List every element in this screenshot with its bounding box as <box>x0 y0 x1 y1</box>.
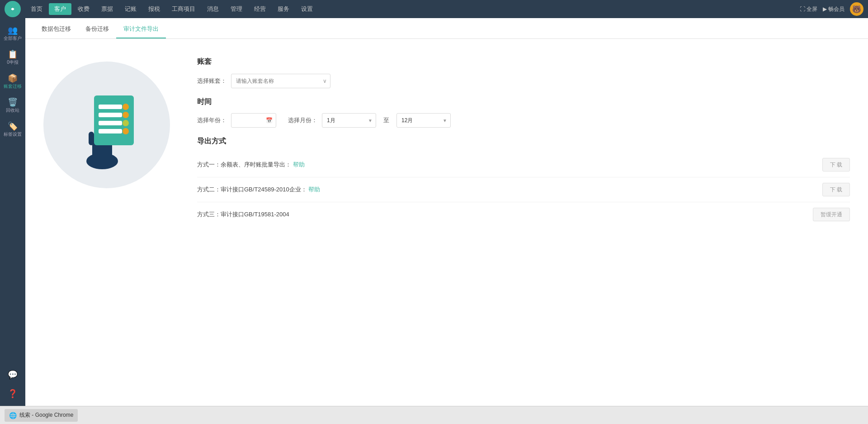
export-section-title: 导出方式 <box>197 137 850 146</box>
left-sidebar: 👥 全部客户 📋 0申报 📦 账套迁移 🗑️ 回收站 🏷️ 标签设置 💬 ❓ <box>0 18 25 406</box>
recycle-label: 回收站 <box>6 108 19 113</box>
chrome-icon: 🌐 <box>9 412 17 419</box>
sidebar-item-account-migrate[interactable]: 📦 账套迁移 <box>1 71 24 93</box>
account-section-title: 账套 <box>197 57 850 67</box>
top-nav-right: ⛶ 全屏 ▶ 畅会员 🐻 <box>800 2 863 16</box>
zero-declare-label: 0申报 <box>7 60 19 65</box>
nav-message[interactable]: 消息 <box>202 3 224 15</box>
svg-rect-3 <box>89 132 94 145</box>
sidebar-item-all-customers[interactable]: 👥 全部客户 <box>1 23 24 45</box>
illustration-circle <box>43 62 170 188</box>
fullscreen-label: 全屏 <box>807 5 817 13</box>
time-form-row: 选择年份： 2023 📅 选择月份： 1月2月3月4月 5月6月7月8月 9月1… <box>197 113 850 128</box>
method-2-help-link[interactable]: 帮助 <box>308 186 320 193</box>
time-section-title: 时间 <box>197 97 850 107</box>
nav-business[interactable]: 工商项目 <box>166 3 201 15</box>
top-nav: 首页 客户 收费 票据 记账 报税 工商项目 消息 管理 经营 服务 设置 ⛶ … <box>0 0 868 18</box>
method-3-label: 方式三：审计接口GB/T19581-2004 <box>197 210 289 219</box>
year-input-wrap: 2023 📅 <box>231 113 276 128</box>
tag-settings-label: 标签设置 <box>4 132 22 137</box>
feedback-icon[interactable]: 💬 <box>5 367 20 382</box>
svg-point-16 <box>123 128 129 134</box>
svg-point-14 <box>123 112 129 118</box>
all-customers-icon: 👥 <box>8 26 18 34</box>
method-3-open-btn[interactable]: 暂缓开通 <box>813 208 850 221</box>
sidebar-item-zero-declare[interactable]: 📋 0申报 <box>1 47 24 69</box>
nav-customer[interactable]: 客户 <box>49 3 71 15</box>
svg-rect-8 <box>94 95 134 145</box>
form-area: 账套 选择账套： ∨ 时间 选择年份： 2023 📅 选择月份 <box>197 52 850 392</box>
month-end-wrap: 1月2月3月4月 5月6月7月8月 9月10月11月 12月 ▼ <box>396 113 451 128</box>
nav-items: 首页 客户 收费 票据 记账 报税 工商项目 消息 管理 经营 服务 设置 <box>25 3 800 15</box>
tag-settings-icon: 🏷️ <box>8 122 18 130</box>
account-input[interactable] <box>231 74 330 88</box>
method-1-help-link[interactable]: 帮助 <box>293 161 305 168</box>
method-row-1: 方式一：余额表、序时账批量导出： 帮助 下 载 <box>197 152 850 177</box>
vip-label: 畅会员 <box>828 5 844 13</box>
sidebar-item-recycle[interactable]: 🗑️ 回收站 <box>1 95 24 117</box>
help-icon[interactable]: ❓ <box>5 386 20 401</box>
tabs-bar: 数据包迁移 备份迁移 审计文件导出 <box>25 18 868 39</box>
method-2-download-btn[interactable]: 下 载 <box>822 183 850 196</box>
method-3-text: 方式三：审计接口GB/T19581-2004 <box>197 211 289 218</box>
user-avatar[interactable]: 🐻 <box>850 2 863 16</box>
method-2-label: 方式二：审计接口GB/T24589-2010企业： 帮助 <box>197 186 320 194</box>
nav-manage[interactable]: 管理 <box>225 3 248 15</box>
month-end-select[interactable]: 1月2月3月4月 5月6月7月8月 9月10月11月 12月 <box>396 113 451 128</box>
app-logo[interactable] <box>5 1 21 17</box>
vip-icon: ▶ <box>823 6 827 12</box>
all-customers-label: 全部客户 <box>4 36 22 41</box>
fullscreen-button[interactable]: ⛶ 全屏 <box>800 5 817 13</box>
month-label: 选择月份： <box>288 116 317 124</box>
zero-declare-icon: 📋 <box>8 50 18 58</box>
nav-settings[interactable]: 设置 <box>296 3 318 15</box>
page-content: 账套 选择账套： ∨ 时间 选择年份： 2023 📅 选择月份 <box>25 39 868 406</box>
svg-rect-10 <box>99 113 122 117</box>
sidebar-bottom: 💬 ❓ <box>5 367 20 401</box>
recycle-icon: 🗑️ <box>8 98 18 106</box>
account-form-row: 选择账套： ∨ <box>197 74 850 88</box>
time-separator: 至 <box>383 116 389 124</box>
svg-rect-11 <box>99 121 122 125</box>
tab-backup-migrate[interactable]: 备份迁移 <box>78 20 116 38</box>
illustration-wrap <box>43 52 170 392</box>
sidebar-item-tag-settings[interactable]: 🏷️ 标签设置 <box>1 119 24 141</box>
method-row-3: 方式三：审计接口GB/T19581-2004 暂缓开通 <box>197 202 850 227</box>
method-row-2: 方式二：审计接口GB/T24589-2010企业： 帮助 下 载 <box>197 177 850 202</box>
svg-point-15 <box>123 120 129 126</box>
svg-rect-12 <box>99 129 122 133</box>
nav-service[interactable]: 服务 <box>272 3 295 15</box>
month-start-select[interactable]: 1月2月3月4月 5月6月7月8月 9月10月11月12月 <box>322 113 376 128</box>
taskbar-chrome-item[interactable]: 🌐 线索 - Google Chrome <box>5 409 78 422</box>
content-area: 数据包迁移 备份迁移 审计文件导出 <box>25 18 868 406</box>
nav-tax[interactable]: 报税 <box>143 3 165 15</box>
account-input-wrap: ∨ <box>231 74 330 88</box>
nav-bookkeeping[interactable]: 记账 <box>119 3 142 15</box>
method-1-label: 方式一：余额表、序时账批量导出： 帮助 <box>197 161 305 169</box>
nav-operation[interactable]: 经营 <box>249 3 271 15</box>
tab-data-migrate[interactable]: 数据包迁移 <box>34 20 78 38</box>
method-2-text: 方式二：审计接口GB/T24589-2010企业： <box>197 186 307 193</box>
illustration-svg <box>61 77 152 172</box>
account-migrate-label: 账套迁移 <box>4 84 22 89</box>
nav-home[interactable]: 首页 <box>25 3 48 15</box>
taskbar-chrome-label: 线索 - Google Chrome <box>19 411 73 419</box>
svg-point-13 <box>123 104 129 110</box>
nav-billing[interactable]: 收费 <box>72 3 95 15</box>
main-layout: 👥 全部客户 📋 0申报 📦 账套迁移 🗑️ 回收站 🏷️ 标签设置 💬 ❓ 数… <box>0 18 868 406</box>
vip-button[interactable]: ▶ 畅会员 <box>823 5 844 13</box>
fullscreen-icon: ⛶ <box>800 6 805 12</box>
year-label: 选择年份： <box>197 116 226 124</box>
taskbar: 🌐 线索 - Google Chrome <box>0 406 868 424</box>
account-label: 选择账套： <box>197 77 226 85</box>
svg-rect-9 <box>99 105 122 109</box>
year-input[interactable]: 2023 <box>231 113 276 128</box>
method-1-text: 方式一：余额表、序时账批量导出： <box>197 161 291 168</box>
nav-invoice[interactable]: 票据 <box>96 3 118 15</box>
account-migrate-icon: 📦 <box>8 74 18 82</box>
tab-audit-export[interactable]: 审计文件导出 <box>116 20 166 38</box>
month-start-wrap: 1月2月3月4月 5月6月7月8月 9月10月11月12月 ▼ <box>322 113 376 128</box>
method-1-download-btn[interactable]: 下 载 <box>822 158 850 172</box>
